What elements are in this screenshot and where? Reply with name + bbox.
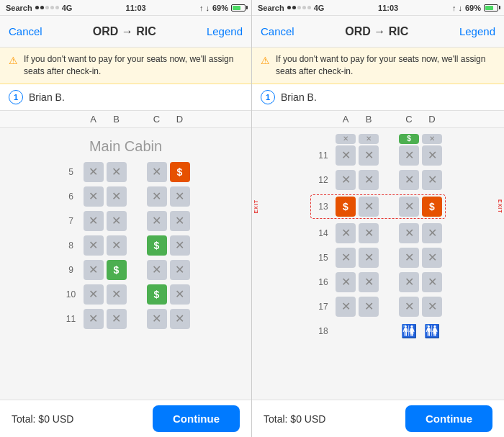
seat-11D-right[interactable]: ✕ <box>422 145 442 166</box>
seat-15A-right[interactable]: ✕ <box>336 248 356 268</box>
seat-16B-right[interactable]: ✕ <box>359 272 379 292</box>
rdot1 <box>287 6 291 9</box>
signal-dots-left <box>35 6 59 9</box>
seat-row-12-right: 12 ✕ ✕ ✕ ✕ <box>252 170 504 190</box>
seat-9D-left[interactable]: ✕ <box>170 260 190 280</box>
seat-row-14-right: 14 ✕ ✕ ✕ ✕ <box>252 223 504 243</box>
seat-10D-left[interactable]: ✕ <box>170 284 190 305</box>
passenger-row-left[interactable]: 1 Brian B. <box>0 84 251 111</box>
seat-8A-left[interactable]: ✕ <box>84 235 104 256</box>
seat-17B-right[interactable]: ✕ <box>359 297 379 317</box>
seat-map-right: ✕ ✕ $ ✕ 11 ✕ ✕ ✕ ✕ 12 ✕ ✕ ✕ ✕ EXIT <box>252 128 504 400</box>
seat-13D-right[interactable]: $ <box>422 197 442 217</box>
seat-16C-right[interactable]: ✕ <box>399 272 419 292</box>
seat-16A-right[interactable]: ✕ <box>336 272 356 292</box>
seat-13B-right[interactable]: ✕ <box>359 197 379 217</box>
seat-6B-left[interactable]: ✕ <box>107 186 127 207</box>
seat-11A-right[interactable]: ✕ <box>336 145 356 166</box>
row-num-15-right: 15 <box>314 253 333 263</box>
seat-14C-right[interactable]: ✕ <box>399 223 419 243</box>
seat-15C-right[interactable]: ✕ <box>399 248 419 268</box>
row-num-12-right: 12 <box>314 175 333 185</box>
seat-10C-right[interactable]: $ <box>399 134 419 144</box>
wifi-arrow-right: ↑ ↓ <box>452 4 462 12</box>
exit-row-border: 13 $ ✕ ✕ $ <box>310 194 446 219</box>
cancel-button-right[interactable]: Cancel <box>261 25 294 37</box>
seat-13C-right[interactable]: ✕ <box>399 197 419 217</box>
seat-12D-right[interactable]: ✕ <box>422 170 442 190</box>
seat-7A-left[interactable]: ✕ <box>84 211 104 231</box>
restroom-icon-right: 🚻 <box>424 323 440 339</box>
seat-row-5-left: 5 ✕ ✕ ✕ $ <box>0 162 251 182</box>
seat-6C-left[interactable]: ✕ <box>147 186 167 207</box>
seat-row-11-right: 11 ✕ ✕ ✕ ✕ <box>252 145 504 166</box>
seat-17A-right[interactable]: ✕ <box>336 297 356 317</box>
restroom-18D: 🚻 <box>422 321 442 341</box>
nav-bar-left: Cancel ORD → RIC Legend <box>0 16 251 48</box>
seat-5A-left[interactable]: ✕ <box>84 162 104 182</box>
seat-14B-right[interactable]: ✕ <box>359 223 379 243</box>
seat-9B-left[interactable]: $ <box>107 260 127 280</box>
seat-10B-left[interactable]: ✕ <box>107 284 127 305</box>
seat-11B-right[interactable]: ✕ <box>359 145 379 166</box>
dot3 <box>45 6 49 9</box>
seat-9A-left[interactable]: ✕ <box>84 260 104 280</box>
seat-row-15-right: 15 ✕ ✕ ✕ ✕ <box>252 248 504 268</box>
warning-banner-right: ⚠ If you don't want to pay for your seat… <box>252 48 504 84</box>
seat-14D-right[interactable]: ✕ <box>422 223 442 243</box>
legend-button-right[interactable]: Legend <box>459 25 495 37</box>
seat-11B-left[interactable]: ✕ <box>107 309 127 329</box>
seat-11D-left[interactable]: ✕ <box>170 309 190 329</box>
seat-14A-right[interactable]: ✕ <box>336 223 356 243</box>
seat-15B-right[interactable]: ✕ <box>359 248 379 268</box>
cancel-button-left[interactable]: Cancel <box>9 25 42 37</box>
seat-12B-right[interactable]: ✕ <box>359 170 379 190</box>
col-C-left: C <box>147 114 167 125</box>
seat-11C-right[interactable]: ✕ <box>399 145 419 166</box>
passenger-row-right[interactable]: 1 Brian B. <box>252 84 504 111</box>
seat-7D-left[interactable]: ✕ <box>170 211 190 231</box>
seat-7B-left[interactable]: ✕ <box>107 211 127 231</box>
seat-10A-right[interactable]: ✕ <box>336 134 356 144</box>
seat-row-17-right: 17 ✕ ✕ ✕ ✕ <box>252 297 504 317</box>
seat-row-10-left: 10 ✕ ✕ $ ✕ <box>0 284 251 305</box>
rdot5 <box>307 6 311 9</box>
seat-5B-left[interactable]: ✕ <box>107 162 127 182</box>
seat-5C-left[interactable]: ✕ <box>147 162 167 182</box>
continue-button-right[interactable]: Continue <box>405 405 492 432</box>
seat-10B-right[interactable]: ✕ <box>359 134 379 144</box>
seat-11A-left[interactable]: ✕ <box>84 309 104 329</box>
seat-13A-right[interactable]: $ <box>336 197 356 217</box>
dot4 <box>50 6 54 9</box>
warning-icon-left: ⚠ <box>9 54 18 68</box>
seat-6D-left[interactable]: ✕ <box>170 186 190 207</box>
seat-6A-left[interactable]: ✕ <box>84 186 104 207</box>
seat-7C-left[interactable]: ✕ <box>147 211 167 231</box>
continue-button-left[interactable]: Continue <box>153 405 240 432</box>
seat-12A-right[interactable]: ✕ <box>336 170 356 190</box>
col-D-right: D <box>422 114 442 125</box>
seat-11C-left[interactable]: ✕ <box>147 309 167 329</box>
bottom-bar-left: Total: $0 USD Continue <box>0 400 251 437</box>
seat-12C-right[interactable]: ✕ <box>399 170 419 190</box>
seat-17D-right[interactable]: ✕ <box>422 297 442 317</box>
seat-16D-right[interactable]: ✕ <box>422 272 442 292</box>
seat-8C-left[interactable]: $ <box>147 235 167 256</box>
bottom-bar-right: Total: $0 USD Continue <box>252 400 504 437</box>
seat-10A-left[interactable]: ✕ <box>84 284 104 305</box>
row-num-8-left: 8 <box>62 240 81 251</box>
dot5 <box>55 6 59 9</box>
exit-row-13-right: EXIT 13 $ ✕ ✕ $ EXIT <box>252 194 504 219</box>
seat-8D-left[interactable]: ✕ <box>170 235 190 256</box>
total-left: Total: $0 USD <box>12 413 73 425</box>
seat-8B-left[interactable]: ✕ <box>107 235 127 256</box>
seat-17C-right[interactable]: ✕ <box>399 297 419 317</box>
seat-row-8-left: 8 ✕ ✕ $ ✕ <box>0 235 251 256</box>
legend-button-left[interactable]: Legend <box>207 25 243 37</box>
dot2 <box>40 6 44 9</box>
seat-5D-left[interactable]: $ <box>170 162 190 182</box>
seat-15D-right[interactable]: ✕ <box>422 248 442 268</box>
seat-9C-left[interactable]: ✕ <box>147 260 167 280</box>
seat-10D-right[interactable]: ✕ <box>422 134 442 144</box>
seat-10C-left[interactable]: $ <box>147 284 167 305</box>
